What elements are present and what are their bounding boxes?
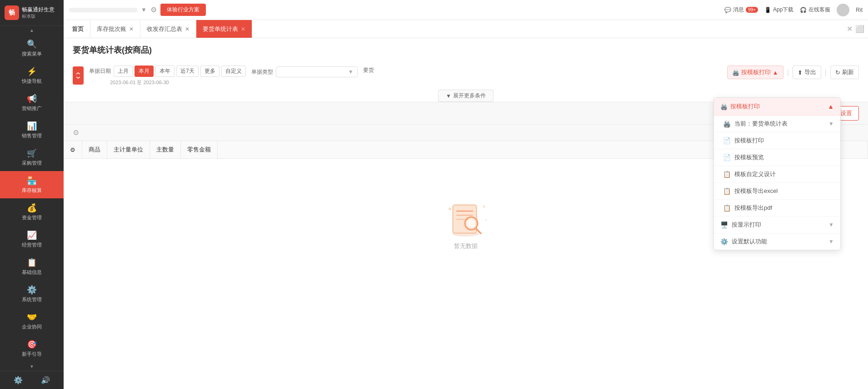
headset-icon: 🎧 xyxy=(800,7,807,13)
quicknav-icon: ⚡ xyxy=(27,66,37,76)
print-menu-item-template-custom[interactable]: 📋 模板自定义设计 xyxy=(714,166,840,183)
tab-close-window[interactable]: ✕ xyxy=(847,25,853,33)
date-this-year[interactable]: 本年 xyxy=(155,66,175,77)
trial-button[interactable]: 体验行业方案 xyxy=(160,4,206,16)
date-label: 单据日期 xyxy=(89,67,111,75)
date-buttons: 上月 本月 本年 近7天 更多 自定义 xyxy=(114,66,246,77)
basic-icon: 📋 xyxy=(27,258,37,268)
sidebar-item-finance[interactable]: 💰 资金管理 xyxy=(0,198,64,226)
sidebar-item-purchase[interactable]: 🛒 采购管理 xyxy=(0,144,64,171)
sidebar-item-marketing[interactable]: 📢 营销推广 xyxy=(0,89,64,116)
print-menu-item-template-print[interactable]: 📄 按模板打印 xyxy=(714,132,840,149)
double-arrow-icon xyxy=(75,72,81,79)
print-template-button[interactable]: 🖨️ 按模板打印 ▲ xyxy=(727,66,783,79)
print-menu-item-template-preview[interactable]: 📄 按模板预览 xyxy=(714,149,840,166)
export-button[interactable]: ⬆ 导出 xyxy=(793,66,821,79)
print-dropdown-menu: 🖨️ 按模板打印 ▲ 🖨️ 当前：要货单统计表 ▼ 📄 按模板打印 xyxy=(713,97,841,250)
col-settings-header[interactable]: ⚙ xyxy=(64,141,82,159)
print-menu-item-export-pdf[interactable]: 📋 按模板导出pdf xyxy=(714,200,840,217)
search-icon: 🔍 xyxy=(27,39,37,49)
print-menu-title: 按模板打印 xyxy=(730,102,760,111)
topbar-search-box xyxy=(69,8,137,12)
date-custom[interactable]: 自定义 xyxy=(221,66,246,77)
message-action[interactable]: 💬 消息 99+ xyxy=(724,6,758,14)
empty-illustration xyxy=(439,195,493,242)
date-range-text: 2023-06-01 至 2023-06-30 xyxy=(110,80,169,85)
date-filter-group: 单据日期 上月 本月 本年 近7天 更多 自定义 2023-06-01 至 20… xyxy=(89,66,246,86)
settings-bottom-icon[interactable]: ⚙️ xyxy=(14,376,23,384)
table-settings-icon[interactable]: ⚙ xyxy=(73,128,79,137)
col-unit-header: 主计量单位 xyxy=(107,141,150,159)
sidebar-item-guide[interactable]: 🎯 新手引导 xyxy=(0,335,64,362)
operation-icon: 📈 xyxy=(27,230,37,240)
tab-cashsummary[interactable]: 收发存汇总表 ✕ xyxy=(140,20,196,38)
tab-cashsummary-close[interactable]: ✕ xyxy=(185,26,190,32)
svg-point-9 xyxy=(449,207,451,210)
tab-requisition[interactable]: 要货单统计表 ✕ xyxy=(196,20,252,38)
svg-point-7 xyxy=(467,219,476,228)
sidebar-item-basic[interactable]: 📋 基础信息 xyxy=(0,253,64,280)
sidebar-item-search[interactable]: 🔍 搜索菜单 xyxy=(0,35,64,62)
tab-home[interactable]: 首页 xyxy=(65,20,90,38)
message-badge: 99+ xyxy=(746,7,758,13)
col-goods-header: 商品 xyxy=(82,141,107,159)
download-icon: 📱 xyxy=(764,7,771,13)
template-custom-icon: 📋 xyxy=(723,171,731,178)
sidebar-logo: 畅 畅赢通好生意 标准版 xyxy=(0,0,64,26)
date-this-month[interactable]: 本月 xyxy=(135,66,154,77)
print-menu-item-display-print[interactable]: 🖥️ 按显示打印 ▼ xyxy=(714,217,840,233)
type-dropdown-arrow: ▼ xyxy=(348,69,354,75)
sidebar-item-quicknav[interactable]: ⚡ 快捷导航 xyxy=(0,62,64,89)
username-label: Rit xyxy=(856,7,863,13)
print-menu-item-export-excel[interactable]: 📋 按模板导出excel xyxy=(714,183,840,200)
sound-bottom-icon[interactable]: 🔊 xyxy=(41,376,50,384)
set-default-arrow: ▼ xyxy=(828,238,834,245)
export-excel-icon: 📋 xyxy=(723,187,731,195)
export-icon: ⬆ xyxy=(798,69,803,76)
topbar-dropdown-arrow[interactable]: ▼ xyxy=(141,6,147,13)
type-label: 单据类型 xyxy=(251,68,273,76)
tab-batch[interactable]: 库存批次账 ✕ xyxy=(90,20,140,38)
current-arrow-icon: ▼ xyxy=(828,121,834,127)
print-dropdown-header[interactable]: 🖨️ 按模板打印 ▲ xyxy=(714,98,840,116)
expand-more-button[interactable]: ▼ 展开更多条件 xyxy=(438,90,494,102)
system-icon: ⚙️ xyxy=(27,285,37,295)
sidebar-bottom: ⚙️ 🔊 xyxy=(0,371,64,389)
requisition-type-group: 要货 xyxy=(363,66,374,74)
sidebar-item-sales[interactable]: 📊 销售管理 xyxy=(0,116,64,144)
date-last-month[interactable]: 上月 xyxy=(114,66,133,77)
expand-filter-button[interactable] xyxy=(73,66,84,85)
separator-2: | xyxy=(825,68,827,76)
topbar-gear-icon[interactable]: ⚙ xyxy=(150,5,157,14)
print-menu-item-current[interactable]: 🖨️ 当前：要货单统计表 ▼ xyxy=(714,116,840,132)
inventory-icon: 🏪 xyxy=(27,176,37,186)
filter-bar: 单据日期 上月 本月 本年 近7天 更多 自定义 2023-06-01 至 20… xyxy=(64,61,868,102)
marketing-icon: 📢 xyxy=(27,94,37,104)
column-settings-icon: ⚙ xyxy=(70,147,75,153)
sidebar-scroll-up[interactable]: ▲ xyxy=(0,26,64,35)
tab-maximize-window[interactable]: ⬜ xyxy=(855,25,864,33)
date-more[interactable]: 更多 xyxy=(200,66,219,77)
requisition-label: 要货 xyxy=(363,66,374,74)
sales-icon: 📊 xyxy=(27,121,37,131)
refresh-button[interactable]: ↻ 刷新 xyxy=(830,66,859,79)
sidebar-scroll-down[interactable]: ▼ xyxy=(0,362,64,371)
online-service-action[interactable]: 🎧 在线客服 xyxy=(800,6,830,14)
app-logo-text: 畅赢通好生意 标准版 xyxy=(22,6,55,20)
user-avatar[interactable] xyxy=(837,4,849,16)
type-select[interactable]: ▼ xyxy=(276,66,358,77)
app-download-action[interactable]: 📱 App下载 xyxy=(764,6,793,14)
sidebar: 畅 畅赢通好生意 标准版 ▲ 🔍 搜索菜单 ⚡ 快捷导航 📢 营销推广 📊 销售… xyxy=(0,0,64,389)
tabbar: 首页 库存批次账 ✕ 收发存汇总表 ✕ 要货单统计表 ✕ ✕ ⬜ xyxy=(64,20,868,38)
tab-requisition-close[interactable]: ✕ xyxy=(241,26,245,32)
sidebar-item-system[interactable]: ⚙️ 系统管理 xyxy=(0,280,64,308)
print-dropdown-collapse-icon[interactable]: ▲ xyxy=(828,103,834,110)
sidebar-item-operation[interactable]: 📈 经营管理 xyxy=(0,226,64,253)
print-dropdown-toggle[interactable]: ▲ xyxy=(773,69,778,76)
date-7days[interactable]: 近7天 xyxy=(176,66,199,77)
tab-batch-close[interactable]: ✕ xyxy=(129,26,134,32)
sidebar-item-collab[interactable]: 🤝 企业协同 xyxy=(0,308,64,335)
sidebar-item-inventory[interactable]: 🏪 库存核算 xyxy=(0,171,64,198)
message-icon: 💬 xyxy=(724,7,731,13)
print-menu-item-set-default[interactable]: ⚙️ 设置默认功能 ▼ xyxy=(714,233,840,250)
